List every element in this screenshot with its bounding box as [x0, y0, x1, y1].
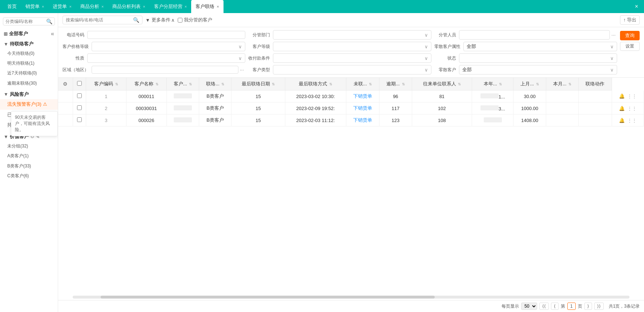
- action-bell-icon-1[interactable]: 🔔: [619, 106, 625, 111]
- person-more-btn[interactable]: ···: [610, 32, 617, 38]
- customer-type-select[interactable]: ∨: [273, 65, 431, 74]
- close-analysis-tab[interactable]: ×: [101, 4, 104, 9]
- action-bell-icon-2[interactable]: 🔔: [619, 118, 625, 123]
- nav-tab-customer-tier[interactable]: 客户分层经营 ×: [150, 0, 191, 13]
- nav-tab-customer-contact[interactable]: 客户联络 ×: [191, 0, 223, 13]
- sort-code[interactable]: ⇅: [115, 82, 118, 86]
- sidebar-item-overdue[interactable]: 逾期未联络(30): [0, 78, 58, 88]
- th-gear[interactable]: ⚙: [58, 78, 73, 90]
- th-overdue[interactable]: 逾期... ⇅: [379, 78, 412, 90]
- sort-contact[interactable]: ⇅: [221, 82, 224, 86]
- close-analysis-list-tab[interactable]: ×: [143, 4, 145, 9]
- zero-attr-select[interactable]: 全部 ∨: [463, 42, 617, 51]
- th-code[interactable]: 客户编码 ⇅: [86, 78, 126, 90]
- sidebar-collapse-icon[interactable]: «: [51, 31, 54, 37]
- scrollbar-thumb[interactable]: [101, 296, 435, 299]
- th-last-month[interactable]: 上月... ⇅: [514, 78, 546, 90]
- sidebar-item-week[interactable]: 近7天待联络(0): [0, 68, 58, 78]
- row-checkbox-0[interactable]: [73, 90, 86, 102]
- dept-select[interactable]: ∨: [273, 30, 431, 40]
- page-prev[interactable]: ⟨: [551, 303, 559, 310]
- sort-name[interactable]: ⇅: [156, 82, 158, 86]
- th-this-month[interactable]: 本月... ⇅: [546, 78, 578, 90]
- window-close-btn[interactable]: ×: [632, 3, 641, 10]
- th-last-type[interactable]: 最后联络方式 ⇅: [285, 78, 346, 90]
- sort-level[interactable]: ⇅: [189, 82, 192, 86]
- th-this-year[interactable]: 本年... ⇅: [472, 78, 514, 90]
- sidebar-item-today[interactable]: 今天待联络(0): [0, 49, 58, 58]
- region-input[interactable]: [92, 66, 238, 74]
- th-unit-contacts[interactable]: 往来单位联系人 ⇅: [412, 78, 472, 90]
- export-btn[interactable]: ↑ 导出: [620, 15, 640, 25]
- action-menu-icon-0[interactable]: ⋮⋮: [627, 93, 637, 99]
- th-not-contact[interactable]: 未联... ⇅: [346, 78, 379, 90]
- th-name[interactable]: 客户名称 ⇅: [126, 78, 166, 90]
- sidebar-item-class-a[interactable]: A类客户(1): [0, 151, 58, 161]
- th-last-date[interactable]: 最后联络日期 ⇅: [232, 78, 285, 90]
- filter-search-icon[interactable]: 🔍: [133, 17, 139, 23]
- sidebar-group-risk[interactable]: ▼ 风险客户: [0, 90, 58, 99]
- query-button[interactable]: 查询: [620, 31, 640, 40]
- row-last-type-2[interactable]: 下销货单: [346, 114, 379, 126]
- nav-home[interactable]: 首页: [3, 3, 21, 10]
- nav-tab-sales[interactable]: 销货单 ×: [21, 0, 48, 13]
- th-contact[interactable]: 联络... ⇅: [199, 78, 231, 90]
- page-prev-first[interactable]: ⟨⟨: [539, 303, 549, 310]
- sidebar-item-churn-warning[interactable]: 流失预警客户(3) ⚠: [0, 99, 58, 110]
- th-level[interactable]: 客户... ⇅: [166, 78, 199, 90]
- horizontal-scrollbar[interactable]: [73, 296, 629, 299]
- sidebar-search-box[interactable]: 🔍: [3, 17, 55, 25]
- select-all-checkbox[interactable]: [77, 81, 82, 86]
- settings-button[interactable]: 设置: [620, 42, 640, 51]
- my-customers-checkbox[interactable]: [178, 18, 182, 23]
- filter-search-box[interactable]: 🔍: [63, 16, 142, 24]
- sidebar-item-ungroup[interactable]: 未分组(32): [0, 141, 58, 151]
- sort-unit-contacts[interactable]: ⇅: [458, 82, 461, 86]
- status-select[interactable]: ∨: [459, 53, 617, 63]
- filter-search-input[interactable]: [66, 17, 133, 23]
- sort-this-year[interactable]: ⇅: [499, 82, 502, 86]
- action-menu-icon-1[interactable]: ⋮⋮: [627, 106, 637, 111]
- page-next[interactable]: ⟩: [584, 303, 592, 310]
- nav-tab-analysis[interactable]: 商品分析 ×: [76, 0, 108, 13]
- per-page-select[interactable]: 50: [521, 303, 537, 310]
- zero-customer-select[interactable]: 全部 ∨: [459, 65, 617, 74]
- sidebar-item-class-b[interactable]: B类客户(33): [0, 161, 58, 171]
- property-select[interactable]: ∨: [87, 53, 245, 63]
- action-bell-icon-0[interactable]: 🔔: [619, 93, 625, 99]
- sidebar-group-pending[interactable]: ▼ 待联络客户: [0, 39, 58, 49]
- sidebar-item-tomorrow[interactable]: 明天待联络(1): [0, 58, 58, 68]
- row-action-0[interactable]: 🔔 ⋮⋮: [612, 90, 644, 102]
- row-last-type-0[interactable]: 下销货单: [346, 90, 379, 102]
- sort-not-contact[interactable]: ⇅: [369, 82, 372, 86]
- row-action-1[interactable]: 🔔 ⋮⋮: [612, 102, 644, 114]
- sidebar-search-input[interactable]: [5, 19, 46, 24]
- th-checkbox[interactable]: [73, 78, 86, 90]
- price-level-select[interactable]: ∨: [92, 42, 245, 51]
- row-checkbox-1[interactable]: [73, 102, 86, 114]
- sort-last-type[interactable]: ⇅: [329, 82, 332, 86]
- my-customers-filter[interactable]: 我分管的客户: [178, 17, 212, 23]
- person-select[interactable]: [459, 30, 610, 40]
- row-action-2[interactable]: 🔔 ⋮⋮: [612, 114, 644, 126]
- close-customer-tier-tab[interactable]: ×: [185, 4, 187, 9]
- sidebar-item-class-c[interactable]: C类客户(6): [0, 171, 58, 181]
- page-current[interactable]: 1: [567, 303, 576, 310]
- customer-level-select[interactable]: ∨: [273, 42, 431, 51]
- row-last-type-1[interactable]: 下销货单: [346, 102, 379, 114]
- sort-last-month[interactable]: ⇅: [536, 82, 539, 86]
- settings-gear-icon[interactable]: ⚙: [63, 81, 68, 87]
- more-conditions-btn[interactable]: ▼ 更多条件 ∧: [145, 17, 175, 23]
- nav-tab-analysis-list[interactable]: 商品分析列表 ×: [108, 0, 149, 13]
- close-sales-tab[interactable]: ×: [42, 4, 44, 9]
- sidebar-all-customers[interactable]: ⊞ 全部客户 «: [0, 28, 58, 39]
- page-next-last[interactable]: ⟩⟩: [594, 303, 604, 310]
- row-checkbox-2[interactable]: [73, 114, 86, 126]
- action-menu-icon-2[interactable]: ⋮⋮: [627, 118, 637, 123]
- payment-select[interactable]: ∨: [273, 53, 431, 63]
- sort-last-date[interactable]: ⇅: [272, 82, 275, 86]
- region-more-btn[interactable]: ···: [238, 67, 246, 73]
- sort-this-month[interactable]: ⇅: [568, 82, 571, 86]
- phone-input[interactable]: [87, 31, 245, 39]
- close-purchase-tab[interactable]: ×: [69, 4, 71, 9]
